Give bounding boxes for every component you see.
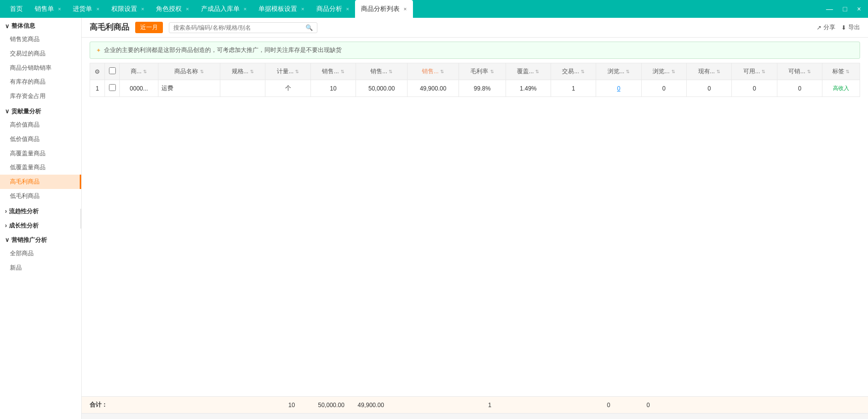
sidebar-item-low-coverage[interactable]: 低覆盖量商品 — [0, 160, 81, 175]
close-icon[interactable]: × — [301, 6, 304, 12]
table-row: 1 0000... 运费 个 10 50,000.00 49,900.00 99… — [90, 80, 860, 97]
name-column-header[interactable]: 商品名称 ⇅ — [158, 63, 220, 80]
sales-amount-column-header[interactable]: 销售... ⇅ — [356, 63, 408, 80]
unit-column-header[interactable]: 计量... ⇅ — [265, 63, 310, 80]
window-close-icon[interactable]: × — [854, 4, 864, 14]
nav-home[interactable]: 首页 — [4, 0, 29, 18]
sidebar-item-inventory-funds[interactable]: 库存资金占用 — [0, 89, 81, 103]
row-gross-margin: 99.8% — [459, 80, 506, 97]
gross-margin-column-header[interactable]: 毛利率 ⇅ — [459, 63, 506, 80]
maximize-icon[interactable]: □ — [840, 4, 850, 14]
sort-icon: ⇅ — [535, 69, 539, 74]
sidebar-group-growth[interactable]: › 成长性分析 — [0, 218, 81, 232]
sort-icon: ⇅ — [762, 69, 766, 74]
footer-empty2 — [153, 402, 193, 409]
sidebar-group-overall[interactable]: ∨ 整体信息 — [0, 18, 81, 32]
page-title: 高毛利商品 — [90, 22, 129, 33]
sellable-column-header[interactable]: 可销... ⇅ — [777, 63, 822, 80]
nav-permissions[interactable]: 权限设置 × — [105, 0, 150, 18]
row-browse2: 0 — [641, 80, 686, 97]
transaction-column-header[interactable]: 交易... ⇅ — [551, 63, 596, 80]
close-icon[interactable]: × — [346, 6, 349, 12]
close-icon[interactable]: × — [141, 6, 144, 12]
select-all-checkbox[interactable] — [109, 67, 116, 74]
footer-sales-qty: 10 — [272, 402, 311, 409]
sort-icon: ⇅ — [846, 69, 850, 74]
tag-column-header[interactable]: 标签 ⇅ — [822, 63, 860, 80]
row-transaction: 1 — [551, 80, 596, 97]
info-bar: ✦ 企业的主要的利润都是这部分商品创造的，可考虑加大推广，同时关注库存是不要出现… — [90, 42, 860, 59]
sidebar-item-sales-products[interactable]: 销售览商品 — [0, 32, 81, 47]
row-checkbox-cell[interactable] — [105, 80, 120, 97]
close-icon[interactable]: × — [58, 6, 61, 12]
footer-empty3 — [193, 402, 232, 409]
sidebar: 《 ∨ 整体信息 销售览商品 交易过的商品 商品分销助销率 有库存的商品 库存资… — [0, 18, 82, 419]
collapse-arrow-icon: ∨ — [5, 108, 9, 115]
minimize-icon[interactable]: — — [823, 4, 836, 14]
search-input[interactable] — [173, 24, 304, 31]
close-icon[interactable]: × — [244, 6, 247, 12]
sales-qty-column-header[interactable]: 销售... ⇅ — [310, 63, 356, 80]
current-stock-column-header[interactable]: 现有... ⇅ — [687, 63, 732, 80]
sidebar-item-low-margin[interactable]: 低毛利商品 — [0, 189, 81, 203]
footer-empty4 — [232, 402, 272, 409]
sidebar-group-contribution[interactable]: ∨ 贡献量分析 — [0, 103, 81, 118]
nav-purchase-order[interactable]: 进货单 × — [67, 0, 105, 18]
row-checkbox[interactable] — [109, 84, 116, 91]
footer-transaction: 1 — [470, 402, 510, 409]
nav-roles[interactable]: 角色授权 × — [150, 0, 195, 18]
sort-icon: ⇅ — [341, 69, 345, 74]
sort-icon: ⇅ — [200, 69, 204, 74]
export-icon: ⬇ — [841, 24, 846, 31]
coverage-column-header[interactable]: 覆盖... ⇅ — [506, 63, 551, 80]
close-icon[interactable]: × — [404, 6, 407, 12]
sidebar-item-low-value[interactable]: 低价值商品 — [0, 132, 81, 146]
nav-finished-goods[interactable]: 产成品入库单 × — [195, 0, 253, 18]
product-table: ⚙ 商... ⇅ 商品名称 ⇅ — [90, 63, 860, 97]
sidebar-item-new-products[interactable]: 新品 — [0, 261, 81, 275]
main-layout: 《 ∨ 整体信息 销售览商品 交易过的商品 商品分销助销率 有库存的商品 库存资… — [0, 18, 868, 419]
row-browse1[interactable]: 0 — [596, 80, 641, 97]
sidebar-item-high-value[interactable]: 高价值商品 — [0, 118, 81, 132]
row-tag: 高收入 — [822, 80, 860, 97]
export-button[interactable]: ⬇ 导出 — [841, 23, 860, 32]
checkbox-column-header — [105, 63, 120, 80]
sidebar-item-traded-products[interactable]: 交易过的商品 — [0, 47, 81, 61]
nav-sales-order[interactable]: 销售单 × — [29, 0, 67, 18]
sidebar-group-trend[interactable]: › 流趋性分析 — [0, 203, 81, 218]
nav-template-settings[interactable]: 单据模板设置 × — [253, 0, 310, 18]
sidebar-toggle[interactable]: 《 — [80, 209, 82, 229]
footer-sales-amount: 50,000.00 — [311, 402, 351, 409]
sort-icon: ⇅ — [295, 69, 299, 74]
sidebar-item-all-products[interactable]: 全部商品 — [0, 246, 81, 261]
sort-icon: ⇅ — [490, 69, 494, 74]
spec-column-header[interactable]: 规格... ⇅ — [220, 63, 265, 80]
search-icon[interactable]: 🔍 — [306, 24, 313, 31]
row-coverage: 1.49% — [506, 80, 551, 97]
sidebar-group-marketing[interactable]: ∨ 营销推广分析 — [0, 232, 81, 246]
nav-product-analysis[interactable]: 商品分析 × — [310, 0, 355, 18]
settings-column-header[interactable]: ⚙ — [90, 63, 105, 80]
browse1-column-header[interactable]: 浏览... ⇅ — [596, 63, 641, 80]
sidebar-item-distribution-rate[interactable]: 商品分销助销率 — [0, 61, 81, 75]
available-column-header[interactable]: 可用... ⇅ — [732, 63, 777, 80]
footer-available: 0 — [628, 402, 668, 409]
nav-product-analysis-list[interactable]: 商品分析列表 × — [355, 0, 412, 18]
sort-icon: ⇅ — [671, 69, 675, 74]
sidebar-item-high-coverage[interactable]: 高覆盖量商品 — [0, 146, 81, 161]
row-code: 0000... — [120, 80, 158, 97]
horizontal-scrollbar[interactable] — [82, 413, 868, 419]
sidebar-item-high-margin[interactable]: 高毛利商品 — [0, 175, 81, 189]
sidebar-item-in-stock-products[interactable]: 有库存的商品 — [0, 75, 81, 89]
code-column-header[interactable]: 商... ⇅ — [120, 63, 158, 80]
settings-icon[interactable]: ⚙ — [95, 68, 100, 75]
close-icon[interactable]: × — [186, 6, 189, 12]
sort-icon: ⇅ — [389, 69, 393, 74]
filter-recent-month-button[interactable]: 近一月 — [135, 22, 163, 33]
share-button[interactable]: ↗ 分享 — [817, 23, 835, 32]
close-icon[interactable]: × — [96, 6, 99, 12]
expand-arrow-icon: › — [5, 208, 7, 215]
sales-profit-column-header[interactable]: 销售... ⇅ — [408, 63, 459, 80]
footer-empty5 — [391, 402, 430, 409]
browse2-column-header[interactable]: 浏览... ⇅ — [641, 63, 686, 80]
